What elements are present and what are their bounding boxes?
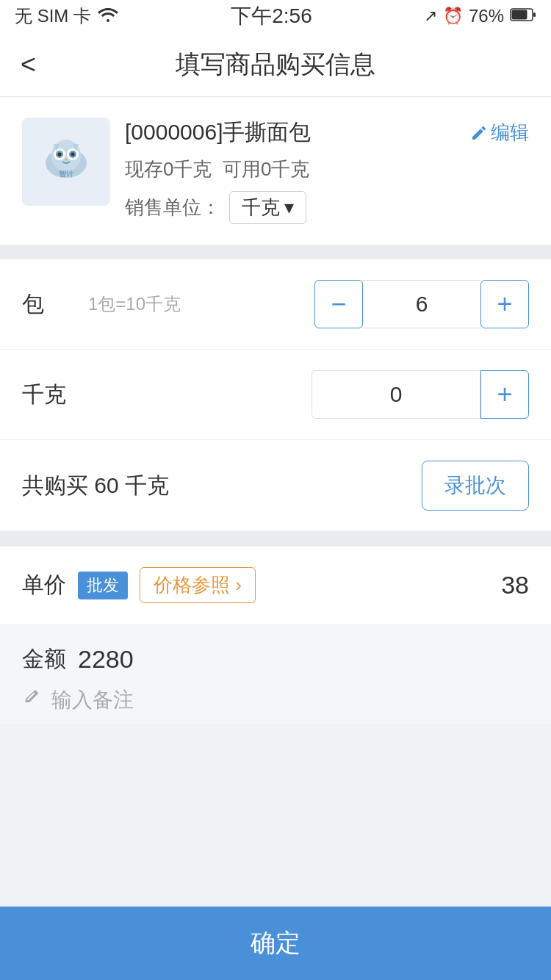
status-left: 无 SIM 卡	[15, 4, 119, 28]
bao-label: 包	[22, 289, 81, 320]
summary-row: 共购买 60 千克 录批次	[0, 440, 551, 531]
note-placeholder[interactable]: 输入备注	[51, 686, 134, 714]
alarm-icon: ⏰	[443, 7, 463, 26]
battery-percent: 76%	[469, 6, 504, 26]
bao-decrement-button[interactable]: −	[314, 280, 363, 328]
summary-text: 共购买 60 千克	[22, 471, 169, 501]
battery-icon	[510, 6, 536, 26]
pencil-icon	[22, 688, 43, 713]
status-time: 下午2:56	[231, 2, 312, 30]
section-divider-1	[0, 245, 551, 259]
amount-value: 2280	[78, 645, 134, 674]
svg-point-10	[71, 153, 75, 156]
page-title: 填写商品购买信息	[176, 48, 375, 82]
amount-section: 金额 2280 输入备注	[0, 624, 551, 724]
svg-rect-1	[512, 10, 527, 20]
kg-label: 千克	[22, 380, 81, 410]
bao-increment-button[interactable]: +	[480, 280, 529, 328]
price-ref-button[interactable]: 价格参照 ›	[140, 567, 256, 603]
nav-bar: < 填写商品购买信息	[0, 32, 551, 97]
location-icon: ↗	[424, 7, 437, 26]
bao-quantity-input[interactable]	[363, 280, 480, 328]
back-button[interactable]: <	[21, 49, 36, 80]
amount-label: 金额	[22, 644, 66, 674]
kg-increment-button[interactable]: +	[480, 370, 529, 419]
product-info: [0000006]手撕面包 编辑 现存0千克 可用0千克 销售单位： 千克 ▾	[125, 118, 529, 224]
kg-quantity-input[interactable]	[311, 370, 480, 419]
kg-input-group: +	[311, 370, 529, 419]
product-card: 智计 [0000006]手撕面包 编辑 现存0千克 可用0千克 销售单位： 千克…	[0, 97, 551, 245]
input-section: 包 1包=10千克 − + 千克 +	[0, 259, 551, 440]
confirm-button[interactable]: 确定	[0, 907, 551, 980]
price-value: 38	[501, 571, 529, 599]
product-unit-row: 销售单位： 千克 ▾	[125, 191, 529, 224]
edit-label: 编辑	[491, 120, 529, 145]
product-logo-icon: 智计	[40, 135, 92, 188]
svg-point-9	[58, 153, 62, 156]
price-section: 单价 批发 价格参照 › 38	[0, 546, 551, 624]
status-bar: 无 SIM 卡 下午2:56 ↗ ⏰ 76%	[0, 0, 551, 32]
unit-label: 销售单位：	[125, 195, 220, 220]
record-batch-button[interactable]: 录批次	[422, 461, 529, 511]
unit-selector[interactable]: 千克 ▾	[229, 191, 306, 224]
bao-hint: 1包=10千克	[88, 292, 314, 316]
section-divider-2	[0, 531, 551, 546]
price-label: 单价	[22, 570, 66, 600]
bao-input-row: 包 1包=10千克 − +	[0, 259, 551, 350]
bao-stepper: − +	[314, 280, 529, 328]
product-name: [0000006]手撕面包	[125, 118, 311, 148]
price-tag: 批发	[78, 572, 128, 599]
product-image: 智计	[22, 118, 110, 206]
status-right: ↗ ⏰ 76%	[424, 6, 536, 26]
svg-rect-2	[533, 12, 536, 17]
edit-button[interactable]: 编辑	[470, 120, 529, 145]
sim-text: 无 SIM 卡	[15, 4, 91, 28]
product-stock: 现存0千克 可用0千克	[125, 156, 529, 182]
kg-input-row: 千克 +	[0, 350, 551, 440]
svg-text:智计: 智计	[58, 170, 74, 178]
wifi-icon	[97, 6, 119, 26]
note-row[interactable]: 输入备注	[22, 686, 529, 714]
